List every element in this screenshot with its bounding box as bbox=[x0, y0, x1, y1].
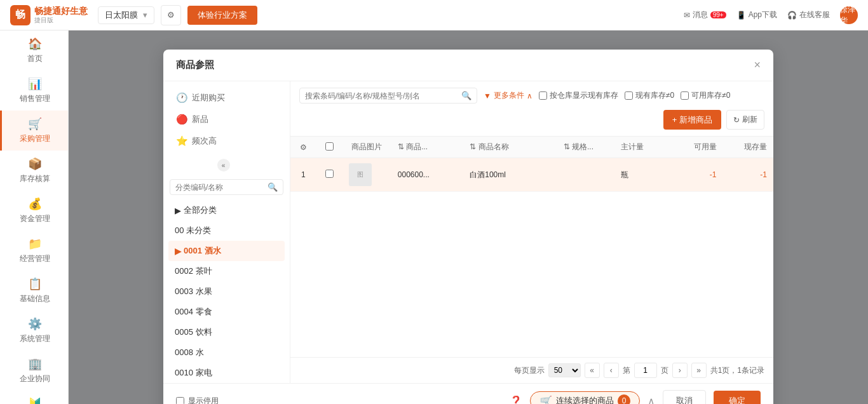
category-search-icon[interactable]: 🔍 bbox=[268, 182, 278, 192]
show-disabled-checkbox[interactable] bbox=[176, 397, 184, 405]
pagination-bar: 每页显示 50 10 20 100 « ‹ 第 页 › » bbox=[290, 357, 773, 383]
sort-icon: ⇅ bbox=[398, 142, 404, 151]
col-name-label: 商品名称 bbox=[478, 142, 509, 151]
row-code-cell: 000600... bbox=[391, 158, 463, 192]
sidebar-item-home[interactable]: 🏠 首页 bbox=[0, 30, 68, 71]
col-code-label: 商品... bbox=[406, 142, 428, 151]
category-label: 0002 茶叶 bbox=[175, 266, 212, 277]
product-search-input[interactable] bbox=[305, 91, 461, 100]
finance-icon: 💰 bbox=[28, 197, 42, 211]
col-header-code[interactable]: ⇅ 商品... bbox=[391, 137, 463, 158]
expand-icon: ▶ bbox=[175, 206, 181, 215]
sidebar: 🏠 首页 📊 销售管理 🛒 采购管理 📦 库存核算 💰 资金管理 📁 经营管理 … bbox=[0, 30, 69, 404]
category-label: 0008 水 bbox=[175, 347, 204, 358]
star-icon: ⭐ bbox=[176, 135, 188, 147]
new-icon: 🔴 bbox=[176, 114, 188, 125]
checkbox-stock-nonzero[interactable]: 现有库存≠0 bbox=[625, 90, 674, 101]
col-header-spec[interactable]: ⇅ 规格... bbox=[557, 137, 615, 158]
next-page-button[interactable]: › bbox=[672, 363, 688, 378]
app-download-button[interactable]: 📱 App下载 bbox=[736, 10, 777, 20]
modal-close-button[interactable]: × bbox=[754, 58, 761, 72]
category-label: 0003 水果 bbox=[175, 286, 212, 297]
settings-button[interactable]: ⚙ bbox=[161, 5, 181, 25]
category-item-0010[interactable]: 0010 家电 bbox=[168, 363, 285, 383]
experience-button[interactable]: 体验行业方案 bbox=[187, 6, 257, 25]
sidebar-item-label: 系统管理 bbox=[20, 333, 50, 344]
add-product-button[interactable]: + 新增商品 bbox=[663, 110, 721, 130]
fold-cart-button[interactable]: ∧ bbox=[648, 395, 655, 405]
product-unit: 瓶 bbox=[621, 170, 628, 179]
confirm-button[interactable]: 确定 bbox=[714, 391, 761, 404]
category-search-input[interactable] bbox=[175, 183, 268, 192]
clock-icon: 🕐 bbox=[176, 92, 188, 104]
sidebar-item-basic-info[interactable]: 📋 基础信息 bbox=[0, 271, 68, 311]
app-label: App下载 bbox=[749, 10, 777, 20]
user-avatar[interactable]: 徐泽华 bbox=[840, 6, 858, 24]
checkbox-show-warehouse[interactable]: 按仓库显示现有库存 bbox=[539, 90, 618, 101]
cancel-button[interactable]: 取消 bbox=[663, 390, 706, 404]
product-search-icon[interactable]: 🔍 bbox=[461, 91, 471, 100]
last-page-button[interactable]: » bbox=[691, 363, 707, 378]
message-button[interactable]: ✉ 消息 99+ bbox=[684, 10, 726, 20]
sidebar-item-sales[interactable]: 📊 销售管理 bbox=[0, 71, 68, 111]
product-available: -1 bbox=[710, 170, 717, 179]
table-row[interactable]: 1 图 bbox=[290, 158, 773, 192]
help-icon[interactable]: ❓ bbox=[510, 395, 522, 405]
sidebar-item-inventory[interactable]: 📦 库存核算 bbox=[0, 151, 68, 191]
store-selector[interactable]: 日太阳膜 ▾ bbox=[98, 6, 154, 24]
collapse-panel-button[interactable]: « bbox=[217, 159, 230, 172]
cart-selection-area[interactable]: 🛒 连续选择的商品 0 bbox=[530, 391, 640, 404]
show-disabled-checkbox-label[interactable]: 显示停用 bbox=[176, 396, 219, 405]
col-header-available[interactable]: 可用量 bbox=[665, 137, 723, 158]
high-frequency-tab[interactable]: ⭐ 频次高 bbox=[170, 131, 283, 151]
refresh-button[interactable]: ↻ 刷新 bbox=[726, 110, 764, 130]
page-number-input[interactable] bbox=[634, 363, 657, 378]
inventory-icon: 📦 bbox=[28, 157, 42, 171]
category-item-0003[interactable]: 0003 水果 bbox=[168, 281, 285, 302]
checkbox-available-nonzero[interactable]: 可用库存≠0 bbox=[681, 90, 730, 101]
recent-purchase-tab[interactable]: 🕐 近期购买 bbox=[170, 88, 283, 108]
category-item-0008[interactable]: 0008 水 bbox=[168, 342, 285, 363]
category-item-0002[interactable]: 0002 茶叶 bbox=[168, 261, 285, 281]
product-name: 白酒100ml bbox=[470, 170, 506, 179]
sales-icon: 📊 bbox=[28, 77, 42, 91]
row-index: 1 bbox=[290, 158, 316, 192]
new-product-tab[interactable]: 🔴 新品 bbox=[170, 109, 283, 130]
sidebar-item-finance[interactable]: 💰 资金管理 bbox=[0, 191, 68, 231]
sidebar-item-purchase[interactable]: 🛒 采购管理 bbox=[0, 111, 68, 151]
sidebar-item-guide[interactable]: 🔰 新手引导 bbox=[0, 391, 68, 404]
sidebar-item-label: 基础信息 bbox=[20, 293, 50, 304]
sidebar-item-enterprise[interactable]: 🏢 企业协同 bbox=[0, 351, 68, 391]
modal-title: 商品参照 bbox=[176, 59, 214, 71]
quick-tabs: 🕐 近期购买 🔴 新品 ⭐ 频次高 bbox=[163, 88, 290, 151]
page-size-select[interactable]: 50 10 20 100 bbox=[548, 363, 581, 377]
category-item-all[interactable]: ▶ 全部分类 bbox=[168, 200, 285, 220]
more-filter-button[interactable]: ▼ 更多条件 ∧ bbox=[484, 90, 532, 101]
category-item-00[interactable]: 00 未分类 bbox=[168, 220, 285, 241]
tab-label: 近期购买 bbox=[192, 92, 225, 104]
category-search-box: 🔍 bbox=[170, 179, 283, 195]
category-item-0005[interactable]: 0005 饮料 bbox=[168, 322, 285, 342]
stock-nonzero-checkbox-input[interactable] bbox=[625, 91, 633, 100]
purchase-icon: 🛒 bbox=[28, 117, 42, 131]
available-nonzero-checkbox-input[interactable] bbox=[681, 91, 689, 100]
first-page-button[interactable]: « bbox=[585, 363, 600, 378]
col-header-unit[interactable]: 主计量 bbox=[614, 137, 665, 158]
sidebar-item-label: 首页 bbox=[27, 53, 43, 64]
prev-page-button[interactable]: ‹ bbox=[604, 363, 619, 378]
col-header-name[interactable]: ⇅ 商品名称 bbox=[463, 137, 557, 158]
online-service-button[interactable]: 🎧 在线客服 bbox=[787, 10, 830, 20]
warehouse-checkbox-input[interactable] bbox=[539, 91, 547, 100]
select-all-checkbox[interactable] bbox=[325, 142, 334, 151]
sidebar-item-system[interactable]: ⚙️ 系统管理 bbox=[0, 311, 68, 351]
cart-label: 连续选择的商品 bbox=[556, 395, 614, 404]
col-header-img: 商品图片 bbox=[342, 137, 391, 158]
headset-icon: 🎧 bbox=[787, 11, 797, 20]
stock-nonzero-label: 现有库存≠0 bbox=[635, 90, 674, 101]
sidebar-item-business[interactable]: 📁 经营管理 bbox=[0, 231, 68, 271]
main-layout: 🏠 首页 📊 销售管理 🛒 采购管理 📦 库存核算 💰 资金管理 📁 经营管理 … bbox=[0, 30, 868, 404]
category-item-0004[interactable]: 0004 零食 bbox=[168, 302, 285, 322]
row-checkbox[interactable] bbox=[325, 170, 334, 178]
settings-col-icon[interactable]: ⚙ bbox=[300, 143, 307, 152]
category-item-0001[interactable]: ▶ 0001 酒水 bbox=[168, 241, 285, 261]
